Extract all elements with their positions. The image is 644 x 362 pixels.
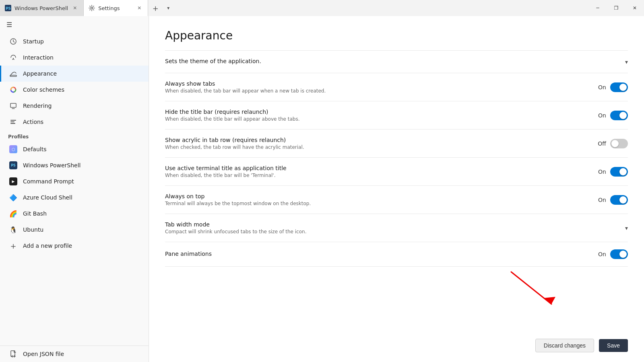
- gitbash-label: Git Bash: [23, 210, 47, 217]
- settings-tab-label: Settings: [98, 5, 120, 11]
- startup-label: Startup: [23, 38, 44, 45]
- rendering-label: Rendering: [23, 103, 52, 109]
- powershell-tab-label: Windows PowerShell: [14, 5, 68, 11]
- sidebar-item-rendering[interactable]: Rendering: [0, 98, 149, 114]
- always-on-top-control: On: [588, 195, 628, 205]
- sidebar-item-interaction[interactable]: Interaction: [0, 49, 149, 66]
- pane-animations-label: On: [598, 251, 606, 257]
- cmd-icon: ▶: [9, 177, 17, 185]
- hide-title-bar-thumb: [619, 112, 627, 119]
- add-icon: +: [9, 242, 17, 250]
- svg-point-4: [13, 58, 14, 59]
- hide-title-bar-track: [610, 111, 628, 120]
- sidebar-item-azure[interactable]: 🔷 Azure Cloud Shell: [0, 189, 149, 206]
- sidebar-item-actions[interactable]: Actions: [0, 114, 149, 130]
- tab-powershell[interactable]: PS Windows PowerShell ✕: [0, 0, 84, 16]
- startup-icon: [9, 37, 17, 45]
- always-on-top-title: Always on top: [165, 193, 588, 200]
- appearance-icon: [9, 70, 17, 78]
- pane-animations-toggle[interactable]: [610, 249, 628, 259]
- svg-rect-8: [10, 120, 16, 121]
- sidebar-item-cmd[interactable]: ▶ Command Prompt: [0, 173, 149, 189]
- always-show-tabs-info: Always show tabs When disabled, the tab …: [165, 80, 588, 94]
- svg-rect-5: [10, 75, 17, 76]
- always-on-top-thumb: [619, 196, 627, 204]
- always-on-top-toggle[interactable]: [610, 195, 628, 205]
- tab-settings[interactable]: Settings ✕: [84, 0, 148, 16]
- save-button[interactable]: Save: [599, 339, 628, 352]
- interaction-label: Interaction: [23, 54, 54, 61]
- bottom-bar: Discard changes Save: [535, 339, 628, 352]
- setting-row-hide-title-bar: Hide the title bar (requires relaunch) W…: [165, 101, 628, 130]
- use-terminal-title-control: On: [588, 167, 628, 177]
- sidebar-item-ubuntu[interactable]: 🐧 Ubuntu: [0, 222, 149, 238]
- close-button[interactable]: ✕: [625, 0, 644, 16]
- open-json-label: Open JSON file: [23, 351, 64, 357]
- tab-dropdown-button[interactable]: ▾: [163, 0, 174, 16]
- appearance-label: Appearance: [23, 70, 57, 77]
- always-on-top-desc: Terminal will always be the topmost wind…: [165, 201, 588, 206]
- sidebar-bottom: Open JSON file: [0, 346, 149, 362]
- sidebar-item-startup[interactable]: Startup: [0, 33, 149, 49]
- tab-width-mode-chevron: ▾: [625, 225, 628, 231]
- minimize-button[interactable]: ─: [588, 0, 607, 16]
- profiles-section-label: Profiles: [0, 130, 149, 141]
- settings-tab-icon: [89, 5, 95, 11]
- add-profile-button[interactable]: + Add a new profile: [0, 238, 149, 254]
- show-acrylic-info: Show acrylic in tab row (requires relaun…: [165, 137, 588, 150]
- pane-animations-title: Pane animations: [165, 251, 588, 257]
- new-tab-button[interactable]: +: [148, 0, 163, 16]
- restore-button[interactable]: ❐: [607, 0, 625, 16]
- tabs-area: PS Windows PowerShell ✕ Settings ✕ + ▾: [0, 0, 588, 16]
- always-show-tabs-label: On: [598, 84, 606, 90]
- sidebar-item-powershell[interactable]: PS Windows PowerShell: [0, 157, 149, 173]
- always-on-top-label: On: [598, 197, 606, 203]
- tab-width-mode-control[interactable]: ▾: [588, 225, 628, 231]
- always-show-tabs-control: On: [588, 82, 628, 92]
- show-acrylic-toggle[interactable]: [610, 139, 628, 148]
- use-terminal-title-title: Use active terminal title as application…: [165, 165, 588, 171]
- page-title: Appearance: [165, 29, 628, 42]
- hide-title-bar-label: On: [598, 112, 606, 119]
- setting-row-theme: Sets the theme of the application. ▾: [165, 50, 628, 73]
- show-acrylic-desc: When checked, the tab row will have the …: [165, 144, 588, 150]
- svg-point-2: [91, 7, 93, 9]
- settings-tab-close[interactable]: ✕: [136, 4, 143, 12]
- window-controls: ─ ❐ ✕: [588, 0, 644, 16]
- defaults-icon: ⬡: [9, 145, 17, 153]
- cmd-label: Command Prompt: [23, 178, 74, 185]
- show-acrylic-thumb: [611, 140, 619, 147]
- ubuntu-label: Ubuntu: [23, 226, 43, 233]
- hamburger-menu[interactable]: ☰: [0, 16, 149, 33]
- theme-control[interactable]: ▾: [588, 59, 628, 65]
- hide-title-bar-title: Hide the title bar (requires relaunch): [165, 109, 588, 115]
- sidebar-item-appearance[interactable]: Appearance: [0, 66, 149, 82]
- svg-text:PS: PS: [6, 6, 11, 10]
- pane-animations-info: Pane animations: [165, 251, 588, 258]
- defaults-label: Defaults: [23, 146, 46, 152]
- titlebar: PS Windows PowerShell ✕ Settings ✕ + ▾ ─…: [0, 0, 644, 16]
- discard-changes-button[interactable]: Discard changes: [535, 339, 594, 352]
- always-show-tabs-toggle[interactable]: [610, 82, 628, 92]
- hide-title-bar-info: Hide the title bar (requires relaunch) W…: [165, 109, 588, 122]
- open-json-button[interactable]: Open JSON file: [0, 346, 149, 362]
- always-on-top-info: Always on top Terminal will always be th…: [165, 193, 588, 206]
- svg-rect-7: [10, 103, 16, 107]
- show-acrylic-title: Show acrylic in tab row (requires relaun…: [165, 137, 588, 143]
- actions-icon: [9, 118, 17, 126]
- color-schemes-icon: [9, 86, 17, 94]
- use-terminal-title-label: On: [598, 169, 606, 175]
- powershell-tab-icon: PS: [5, 5, 11, 11]
- sidebar-item-color-schemes[interactable]: Color schemes: [0, 82, 149, 98]
- use-terminal-title-info: Use active terminal title as application…: [165, 165, 588, 178]
- setting-row-show-acrylic: Show acrylic in tab row (requires relaun…: [165, 130, 628, 158]
- use-terminal-title-toggle[interactable]: [610, 167, 628, 177]
- powershell-tab-close[interactable]: ✕: [71, 4, 78, 12]
- hide-title-bar-toggle[interactable]: [610, 111, 628, 120]
- theme-title: Sets the theme of the application.: [165, 58, 588, 64]
- app-body: ☰ Startup Interaction: [0, 16, 644, 362]
- sidebar-item-gitbash[interactable]: 🌈 Git Bash: [0, 206, 149, 222]
- always-show-tabs-thumb: [619, 84, 627, 91]
- always-show-tabs-desc: When disabled, the tab bar will appear w…: [165, 88, 588, 94]
- sidebar-item-defaults[interactable]: ⬡ Defaults: [0, 141, 149, 157]
